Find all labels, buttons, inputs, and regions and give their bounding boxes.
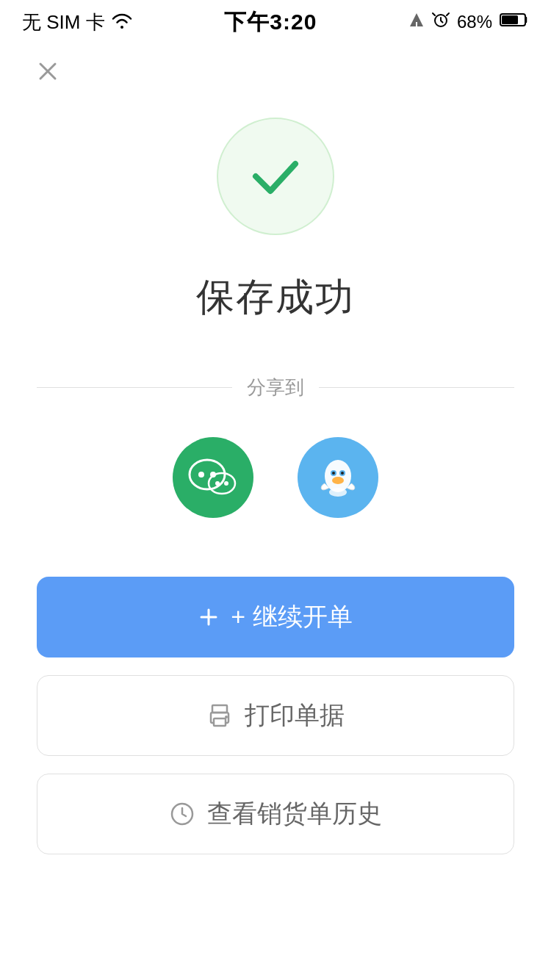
close-button[interactable]: [29, 53, 66, 90]
history-button[interactable]: 查看销货单历史: [37, 774, 514, 854]
print-button[interactable]: 打印单据: [37, 675, 514, 756]
svg-point-10: [224, 481, 228, 486]
action-buttons: + 继续开单 打印单据 查看销货单历史: [0, 577, 551, 854]
sim-label: 无 SIM 卡: [22, 10, 105, 35]
wechat-share-button[interactable]: [173, 437, 253, 518]
main-content: 保存成功 分享到: [0, 44, 551, 854]
divider-line-right: [319, 387, 514, 388]
plus-icon: [198, 607, 219, 627]
svg-point-15: [341, 472, 344, 475]
location-icon: [408, 12, 425, 32]
history-label: 查看销货单历史: [207, 797, 382, 831]
checkmark-icon: [242, 143, 309, 209]
status-bar: 无 SIM 卡 下午3:20 68%: [0, 0, 551, 44]
alarm-icon: [432, 11, 450, 33]
svg-point-5: [190, 460, 225, 489]
svg-point-14: [332, 472, 335, 475]
svg-point-9: [215, 481, 220, 486]
continue-button[interactable]: + 继续开单: [37, 577, 514, 657]
history-icon: [169, 801, 195, 827]
battery-percent: 68%: [457, 12, 492, 32]
svg-rect-2: [502, 15, 518, 24]
share-section: 分享到: [0, 375, 551, 518]
svg-rect-22: [214, 718, 226, 726]
success-title: 保存成功: [196, 272, 355, 323]
share-icons: [37, 437, 514, 518]
success-icon-wrapper: [217, 118, 334, 235]
svg-point-23: [225, 716, 228, 718]
battery-icon: [500, 12, 529, 32]
svg-point-16: [332, 477, 344, 484]
wifi-icon: [111, 11, 133, 34]
share-label: 分享到: [247, 375, 304, 400]
qq-share-button[interactable]: [298, 437, 378, 518]
svg-rect-20: [212, 705, 227, 713]
wechat-icon: [188, 455, 238, 500]
status-time: 下午3:20: [224, 7, 317, 37]
print-label: 打印单据: [245, 699, 345, 732]
share-divider: 分享到: [37, 375, 514, 400]
status-left: 无 SIM 卡: [22, 10, 133, 35]
status-right: 68%: [408, 11, 529, 33]
svg-point-6: [198, 472, 204, 478]
divider-line-left: [37, 387, 232, 388]
qq-icon: [313, 453, 363, 502]
svg-point-17: [329, 488, 347, 497]
continue-label: + 继续开单: [231, 600, 352, 634]
print-icon: [206, 702, 233, 729]
